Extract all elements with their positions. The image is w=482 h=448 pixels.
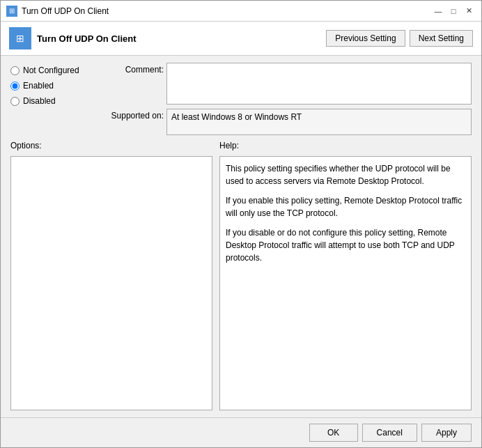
- title-bar: ⊞ Turn Off UDP On Client — □ ✕: [1, 1, 481, 22]
- help-paragraph-2: If you enable this policy setting, Remot…: [226, 194, 465, 219]
- header-title-area: ⊞ Turn Off UDP On Client: [9, 27, 137, 49]
- content-area: Not Configured Enabled Disabled Comment:: [1, 56, 481, 417]
- header-buttons: Previous Setting Next Setting: [326, 30, 473, 47]
- comment-label: Comment:: [101, 63, 164, 75]
- main-window: ⊞ Turn Off UDP On Client — □ ✕ ⊞ Turn Of…: [0, 0, 482, 448]
- help-paragraph-3: If you disable or do not configure this …: [226, 226, 465, 264]
- radio-enabled-label: Enabled: [23, 81, 54, 91]
- supported-row: Supported on:: [101, 109, 472, 135]
- header-section: ⊞ Turn Off UDP On Client Previous Settin…: [1, 22, 481, 56]
- options-box[interactable]: [10, 156, 212, 410]
- supported-label: Supported on:: [101, 109, 164, 121]
- help-label-container: Help:: [219, 141, 472, 150]
- panel-labels-row: Options: Help:: [10, 141, 472, 150]
- minimize-button[interactable]: —: [431, 5, 445, 17]
- options-label-container: Options:: [10, 141, 212, 150]
- help-box[interactable]: This policy setting specifies whether th…: [219, 156, 472, 410]
- radio-not-configured-input[interactable]: [10, 66, 20, 75]
- window-title: Turn Off UDP On Client: [22, 6, 109, 16]
- radio-disabled[interactable]: Disabled: [10, 96, 94, 106]
- footer: OK Cancel Apply: [1, 417, 481, 447]
- title-controls: — □ ✕: [431, 5, 476, 17]
- comment-row: Comment:: [101, 63, 472, 105]
- header-title: Turn Off UDP On Client: [37, 33, 137, 44]
- options-help-section: This policy setting specifies whether th…: [10, 156, 472, 410]
- cancel-button[interactable]: Cancel: [362, 424, 417, 442]
- comment-supported-section: Comment: Supported on:: [101, 63, 472, 135]
- comment-textarea[interactable]: [166, 63, 472, 105]
- radio-disabled-label: Disabled: [23, 96, 56, 106]
- radio-not-configured-label: Not Configured: [23, 65, 79, 75]
- options-panel: [10, 156, 212, 410]
- options-label: Options:: [10, 141, 42, 150]
- help-label: Help:: [219, 141, 239, 150]
- radio-disabled-input[interactable]: [10, 97, 20, 106]
- top-section: Not Configured Enabled Disabled Comment:: [10, 63, 472, 135]
- radio-not-configured[interactable]: Not Configured: [10, 65, 94, 75]
- radio-section: Not Configured Enabled Disabled: [10, 63, 94, 135]
- close-button[interactable]: ✕: [462, 5, 476, 17]
- title-bar-left: ⊞ Turn Off UDP On Client: [6, 6, 109, 17]
- previous-setting-button[interactable]: Previous Setting: [326, 30, 405, 47]
- radio-enabled-input[interactable]: [10, 82, 20, 91]
- radio-enabled[interactable]: Enabled: [10, 81, 94, 91]
- window-icon: ⊞: [6, 6, 17, 17]
- apply-button[interactable]: Apply: [421, 424, 472, 442]
- help-paragraph-1: This policy setting specifies whether th…: [226, 162, 465, 187]
- help-panel: This policy setting specifies whether th…: [219, 156, 472, 410]
- maximize-button[interactable]: □: [446, 5, 460, 17]
- ok-button[interactable]: OK: [309, 424, 358, 442]
- header-icon: ⊞: [9, 27, 31, 49]
- next-setting-button[interactable]: Next Setting: [410, 30, 473, 47]
- supported-textarea[interactable]: [166, 109, 472, 135]
